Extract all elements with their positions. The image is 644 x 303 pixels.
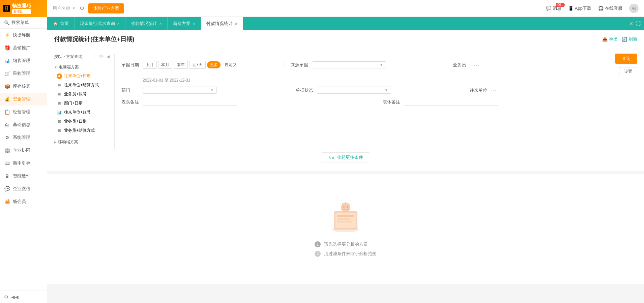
dept-select[interactable]: ▼: [143, 87, 217, 94]
svg-rect-4: [337, 218, 351, 220]
filter-date-item: 单据日期 上月 本月 本年 近7天 更多 自定义: [121, 61, 277, 69]
tab-income-stat[interactable]: 收款情况统计 ✕: [125, 17, 168, 30]
empty-tip-1: 1 请先选择要分析的方案: [315, 241, 377, 247]
sidebar-item-guide[interactable]: 📖 新手引导: [0, 157, 47, 170]
headset-icon: 🎧: [598, 6, 604, 11]
table-icon-2: ⊞: [57, 92, 62, 97]
scheme-item-customer-settle[interactable]: ⊞ 往来单位+结算方式: [54, 81, 111, 90]
scheme-item-staff-settle[interactable]: ⊞ 业务员+结算方式: [54, 126, 111, 135]
tab-close-income-stat[interactable]: ✕: [159, 22, 162, 26]
staff-more-icon[interactable]: ···: [474, 62, 480, 68]
page-actions: 📤 导出 🔄 刷新: [602, 36, 637, 42]
date-btn-this-year[interactable]: 本年: [174, 61, 188, 69]
table-icon-3: ⊞: [57, 101, 62, 106]
header-note-input[interactable]: [143, 98, 237, 105]
collapse-more-btn[interactable]: ∧∧ 收起更多条件: [321, 152, 370, 162]
collapse-scheme-panel-icon[interactable]: ◀: [105, 54, 111, 60]
date-btn-7days[interactable]: 近7天: [189, 61, 206, 69]
gift-icon: 🎁: [4, 45, 10, 51]
expand-mobile-arrow-icon: ▶: [54, 140, 57, 144]
mobile-scheme-group-header[interactable]: ▶ 移动端方案: [54, 138, 111, 146]
tab-new-scheme[interactable]: 新建方案 ✕: [168, 17, 201, 30]
folder-icon: 🗂: [4, 122, 10, 128]
tab-close-bank-flow[interactable]: ✕: [117, 22, 120, 26]
dept-select-arrow-icon: ▼: [210, 88, 214, 92]
topbar-settings-icon[interactable]: ⚙: [80, 5, 84, 11]
customer-more-icon[interactable]: ···: [491, 88, 497, 93]
home-icon: 🏠: [53, 21, 58, 26]
collapse-sidebar-icon[interactable]: ◀◀: [11, 294, 19, 300]
sidebar-label-search: 搜索菜单: [11, 20, 29, 26]
source-select[interactable]: ▼: [312, 61, 386, 68]
sidebar-item-basic[interactable]: 🗂 基础信息: [0, 118, 47, 131]
refresh-btn[interactable]: 🔄 刷新: [622, 36, 637, 42]
collapse-row: ∧∧ 收起更多条件: [54, 149, 637, 166]
search-icon: 🔍: [4, 20, 9, 25]
tab-close-payment-stat[interactable]: ✕: [235, 22, 237, 26]
settings-footer-icon[interactable]: ⚙: [4, 294, 8, 300]
scheme-item-dept-date[interactable]: ⊞ 部门+日期: [54, 99, 111, 108]
filter-staff-item: 业务员 ···: [453, 62, 608, 68]
staff-label: 业务员: [453, 62, 471, 68]
dept-label: 部门: [121, 87, 140, 93]
sidebar-item-quick-nav[interactable]: ⚡ 快捷导航: [0, 29, 47, 41]
filter-dept-item: 部门 ▼: [121, 87, 289, 94]
query-btn[interactable]: 查询: [615, 54, 637, 64]
export-btn[interactable]: 📤 导出: [602, 36, 618, 42]
sidebar-item-sales[interactable]: 📊 销售管理: [0, 54, 47, 67]
page-title: 付款情况统计(往来单位+日期): [54, 35, 135, 43]
sidebar-item-wechat[interactable]: 💬 企业微信: [0, 182, 47, 195]
date-custom-label[interactable]: 自定义: [222, 61, 239, 68]
scheme-item-staff-account[interactable]: ⊞ 业务员+账号: [54, 90, 111, 99]
tab-close-new-scheme[interactable]: ✕: [193, 22, 195, 26]
table-icon-4: ⊞: [57, 119, 62, 124]
pc-group-label: 电脑端方案: [59, 64, 79, 70]
date-quick-btns: 上月 本月 本年 近7天 更多 自定义: [143, 61, 239, 69]
scheme-item-staff-date[interactable]: ⊞ 业务员+日期: [54, 117, 111, 126]
page-header: 付款情况统计(往来单位+日期) 📤 导出 🔄 刷新: [47, 30, 644, 48]
trial-btn[interactable]: 体验行业方案: [88, 3, 124, 13]
sidebar-item-purchase[interactable]: 🛒 采购管理: [0, 67, 47, 80]
scheme-item-customer-account[interactable]: 📊 往来单位+账号: [54, 108, 111, 117]
empty-illustration: [325, 201, 366, 235]
sidebar-item-marketing[interactable]: 🎁 营销推广: [0, 41, 47, 54]
sidebar-item-enterprise[interactable]: 🏢 企业协同: [0, 144, 47, 157]
tab-payment-stat[interactable]: 付款情况统计 ✕: [201, 17, 243, 30]
app-download-btn[interactable]: 📱 App下载: [568, 5, 591, 11]
tab-home[interactable]: 🏠 首页: [47, 17, 75, 30]
add-scheme-btn[interactable]: +: [94, 54, 97, 60]
content-area: 付款情况统计(往来单位+日期) 📤 导出 🔄 刷新: [47, 30, 644, 303]
sidebar-item-search-menu[interactable]: 🔍 搜索菜单: [0, 17, 47, 29]
sidebar-item-hardware[interactable]: 🖥 智能硬件: [0, 170, 47, 182]
online-service-btn[interactable]: 🎧 在线客服: [598, 5, 622, 11]
scheme-settings-icon[interactable]: ⚙: [99, 54, 103, 60]
status-select[interactable]: ▼: [317, 87, 391, 94]
date-btn-last-month[interactable]: 上月: [143, 61, 157, 69]
svg-point-8: [347, 206, 348, 208]
date-btn-this-month[interactable]: 本月: [158, 61, 172, 69]
body-note-input[interactable]: [404, 98, 498, 105]
profile-section[interactable]: 用户名称 ▼: [53, 5, 76, 11]
source-select-arrow-icon: ▼: [380, 63, 383, 67]
tabbar-actions: ✕ ⛶: [626, 17, 644, 30]
date-btn-more[interactable]: 更多: [207, 61, 221, 68]
sidebar-item-business[interactable]: 📋 经营管理: [0, 105, 47, 118]
messages-badge: 99+: [556, 3, 565, 7]
tab-bank-flow[interactable]: 现金银行流水查询 ✕: [75, 17, 125, 30]
scheme-item-customer-date[interactable]: 往来单位+日期: [54, 71, 111, 81]
box-icon: 📦: [4, 83, 10, 89]
user-avatar[interactable]: Rit: [629, 4, 639, 13]
divider-1: [284, 62, 284, 68]
sidebar-item-system[interactable]: ⚙ 系统管理: [0, 131, 47, 144]
date-range-text: 2022-01-01 至 2022-12-31: [143, 78, 190, 83]
sidebar-item-member[interactable]: 👑 畅会员: [0, 195, 47, 208]
messages-btn[interactable]: 💬 消息 99+: [546, 5, 561, 11]
pc-scheme-group-header[interactable]: ▼ 电脑端方案: [54, 63, 111, 71]
header-note-label: 表头备注: [121, 99, 140, 105]
empty-tip-2: 2 用过滤条件来缩小分析范围: [315, 251, 377, 257]
sidebar-item-capital[interactable]: 💰 资金管理: [0, 93, 47, 105]
display-settings-btn[interactable]: 设置: [619, 67, 637, 76]
sidebar-item-inventory[interactable]: 📦 库存核算: [0, 80, 47, 93]
close-all-tabs-icon[interactable]: ✕: [629, 21, 633, 26]
maximize-icon[interactable]: ⛶: [636, 21, 641, 26]
